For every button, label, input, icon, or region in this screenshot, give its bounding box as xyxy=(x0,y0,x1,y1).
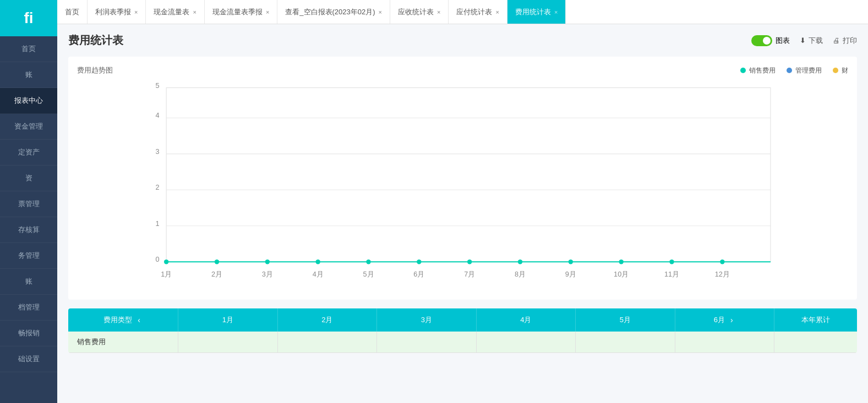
svg-text:1: 1 xyxy=(155,220,159,228)
svg-text:10月: 10月 xyxy=(614,270,629,278)
sidebar-item-ledger[interactable]: 账 xyxy=(0,269,57,295)
th-type: 费用类型 ‹ xyxy=(68,308,178,332)
tab-cashflow-quarter-close[interactable]: × xyxy=(266,9,269,15)
td-m5 xyxy=(576,332,675,352)
sidebar-item-home[interactable]: 首页 xyxy=(0,36,57,62)
point-apr xyxy=(315,260,320,264)
sidebar-item-fund[interactable]: 资金管理 xyxy=(0,114,57,140)
legend-finance: 财 xyxy=(833,66,848,75)
tab-blank-report[interactable]: 查看_空白报表(2023年02月) × xyxy=(277,0,390,24)
td-m6 xyxy=(675,332,775,352)
td-m2 xyxy=(278,332,378,352)
sidebar-item-setting[interactable]: 础设置 xyxy=(0,346,57,372)
tab-expense[interactable]: 费用统计表 × xyxy=(507,0,566,24)
tab-receivable[interactable]: 应收统计表 × xyxy=(390,0,449,24)
tab-expense-close[interactable]: × xyxy=(554,9,558,15)
point-oct xyxy=(619,260,623,264)
point-nov xyxy=(669,260,674,264)
chart-toggle[interactable] xyxy=(751,35,772,46)
th-m3: 3月 xyxy=(377,308,477,332)
point-jan xyxy=(164,260,168,264)
main-area: 首页 利润表季报 × 现金流量表 × 现金流量表季报 × 查看_空白报表(202… xyxy=(57,0,868,403)
svg-text:5月: 5月 xyxy=(363,270,374,278)
td-m3 xyxy=(377,332,477,352)
tab-payable[interactable]: 应付统计表 × xyxy=(449,0,507,24)
svg-text:4: 4 xyxy=(155,112,159,119)
chart-container: 0 1 2 3 4 5 xyxy=(77,82,848,291)
legend-sales: 销售费用 xyxy=(740,66,776,75)
svg-text:2: 2 xyxy=(155,184,159,191)
point-jul xyxy=(467,260,472,264)
page-title: 费用统计表 xyxy=(68,33,123,48)
tab-profit[interactable]: 利润表季报 × xyxy=(88,0,146,24)
svg-text:5: 5 xyxy=(155,82,159,90)
td-m4 xyxy=(477,332,576,352)
svg-text:7月: 7月 xyxy=(464,270,475,278)
th-m1: 1月 xyxy=(178,308,278,332)
next-months-arrow[interactable]: › xyxy=(728,316,735,324)
legend-finance-dot xyxy=(833,68,838,73)
td-ytd xyxy=(774,332,857,352)
tab-cashflow-quarter[interactable]: 现金流量表季报 × xyxy=(205,0,277,24)
sidebar-item-account[interactable]: 账 xyxy=(0,62,57,88)
sidebar-item-archive[interactable]: 档管理 xyxy=(0,295,57,321)
td-type: 销售费用 xyxy=(68,332,178,352)
point-may xyxy=(366,260,370,264)
download-button[interactable]: ⬇ 下载 xyxy=(800,36,823,46)
legend-sales-label: 销售费用 xyxy=(749,66,776,75)
chart-toggle-label: 图表 xyxy=(776,36,790,46)
table-header: 费用类型 ‹ 1月 2月 3月 4月 5月 6月 › 本年累计 xyxy=(68,308,857,332)
tab-bar: 首页 利润表季报 × 现金流量表 × 现金流量表季报 × 查看_空白报表(202… xyxy=(57,0,868,24)
point-dec xyxy=(720,260,724,264)
tab-cashflow-close[interactable]: × xyxy=(193,9,196,15)
print-button[interactable]: 🖨 打印 xyxy=(833,36,857,46)
svg-text:8月: 8月 xyxy=(515,270,526,278)
tab-receivable-close[interactable]: × xyxy=(437,9,440,15)
th-m6: 6月 › xyxy=(675,308,775,332)
chart-card: 费用趋势图 销售费用 管理费用 财 xyxy=(68,57,857,300)
sidebar: fi 首页 账 报表中心 资金管理 定资产 资 票管理 存核算 务管理 账 档管… xyxy=(0,0,57,403)
svg-text:11月: 11月 xyxy=(664,270,679,278)
page-header: 费用统计表 图表 ⬇ 下载 🖨 打印 xyxy=(68,33,857,48)
print-icon: 🖨 xyxy=(833,36,840,45)
legend-admin: 管理费用 xyxy=(787,66,822,75)
sidebar-item-asset[interactable]: 定资产 xyxy=(0,140,57,165)
th-m4: 4月 xyxy=(477,308,576,332)
sidebar-item-invest[interactable]: 资 xyxy=(0,165,57,191)
tab-payable-close[interactable]: × xyxy=(495,9,499,15)
svg-text:0: 0 xyxy=(155,256,159,263)
download-icon: ⬇ xyxy=(800,36,806,45)
point-mar xyxy=(265,260,270,264)
legend-admin-dot xyxy=(787,68,792,73)
tab-blank-report-close[interactable]: × xyxy=(379,9,382,15)
legend-admin-label: 管理费用 xyxy=(795,66,822,75)
th-m5: 5月 xyxy=(576,308,675,332)
point-jun xyxy=(417,260,421,264)
svg-text:1月: 1月 xyxy=(161,270,172,278)
sidebar-item-stock[interactable]: 存核算 xyxy=(0,217,57,243)
sidebar-item-ticket[interactable]: 票管理 xyxy=(0,191,57,217)
sidebar-logo: fi xyxy=(0,0,57,36)
svg-rect-12 xyxy=(166,88,771,262)
tab-cashflow[interactable]: 现金流量表 × xyxy=(146,0,204,24)
tab-profit-close[interactable]: × xyxy=(134,9,138,15)
th-ytd: 本年累计 xyxy=(774,308,857,332)
sidebar-item-report[interactable]: 报表中心 xyxy=(0,88,57,114)
sidebar-item-service[interactable]: 务管理 xyxy=(0,243,57,269)
th-m2: 2月 xyxy=(278,308,378,332)
chart-title: 费用趋势图 xyxy=(77,65,113,75)
chart-svg: 0 1 2 3 4 5 xyxy=(77,82,848,291)
point-sep xyxy=(569,260,573,264)
svg-text:9月: 9月 xyxy=(565,270,576,278)
table-row: 销售费用 xyxy=(68,332,857,353)
sidebar-item-sales[interactable]: 畅报销 xyxy=(0,321,57,346)
prev-months-arrow[interactable]: ‹ xyxy=(135,316,143,324)
svg-text:12月: 12月 xyxy=(715,270,730,278)
svg-text:6月: 6月 xyxy=(413,270,424,278)
chart-toggle-group: 图表 xyxy=(751,35,790,46)
chart-legend: 销售费用 管理费用 财 xyxy=(740,66,848,75)
svg-text:4月: 4月 xyxy=(313,270,324,278)
tab-home[interactable]: 首页 xyxy=(57,0,88,24)
svg-text:3月: 3月 xyxy=(262,270,273,278)
svg-text:2月: 2月 xyxy=(211,270,222,278)
